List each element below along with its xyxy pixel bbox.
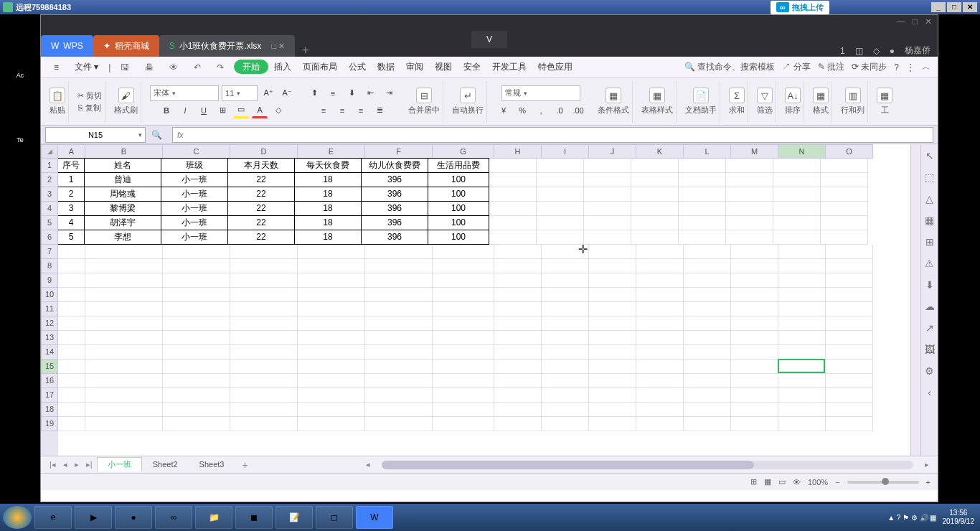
cell-E19[interactable] — [298, 417, 365, 431]
cell-L11[interactable] — [684, 302, 731, 316]
zoom-out-button[interactable]: − — [835, 478, 839, 487]
cell-J3[interactable] — [584, 187, 631, 202]
cell-M19[interactable] — [731, 417, 778, 431]
cell-C1[interactable]: 班级 — [161, 158, 228, 173]
save-icon[interactable]: 🖫 — [115, 60, 135, 75]
cell-N12[interactable] — [778, 316, 826, 331]
cell-E11[interactable] — [298, 302, 365, 316]
cell-F2[interactable]: 396 — [361, 172, 428, 187]
cell-A18[interactable] — [58, 403, 85, 417]
cell-L18[interactable] — [684, 403, 731, 417]
cell-B15[interactable] — [85, 360, 163, 374]
cell-E3[interactable]: 18 — [294, 187, 362, 202]
cell-I3[interactable] — [537, 187, 584, 202]
cell-O16[interactable] — [826, 374, 873, 388]
doc-helper-icon[interactable]: 📄 — [693, 88, 709, 103]
sheet-nav-prev[interactable]: ◂ — [60, 460, 70, 469]
col-header-G[interactable]: G — [433, 144, 494, 159]
cell-E6[interactable]: 18 — [294, 230, 362, 245]
cell-H19[interactable] — [494, 417, 542, 431]
tab-wps-home[interactable]: W WPS — [41, 35, 93, 57]
cell-grid[interactable]: ABCDEFGHIJKLMNO 序号姓名班级本月天数每天伙食费幼儿伙食费费生活用… — [58, 144, 910, 456]
cell-A8[interactable] — [58, 259, 85, 273]
cell-D8[interactable] — [230, 259, 298, 273]
number-format-combo[interactable]: 常规▾ — [501, 85, 580, 101]
cell-E7[interactable] — [298, 245, 365, 259]
col-header-C[interactable]: C — [163, 144, 230, 159]
row-header-17[interactable]: 17 — [41, 388, 58, 403]
cell-K13[interactable] — [636, 331, 684, 345]
cell-F6[interactable]: 396 — [361, 230, 428, 245]
align-right-icon[interactable]: ≡ — [353, 103, 369, 118]
preview-icon[interactable]: 👁 — [164, 60, 184, 75]
cell-B12[interactable] — [85, 316, 163, 331]
cell-C11[interactable] — [163, 302, 230, 316]
cell-D1[interactable]: 本月天数 — [227, 158, 295, 173]
sync-status[interactable]: ⟳ 未同步 — [852, 61, 887, 73]
cell-O19[interactable] — [826, 417, 873, 431]
drag-upload-button[interactable]: ∞ 拖拽上传 — [771, 1, 829, 14]
cell-M12[interactable] — [731, 316, 778, 331]
cell-G8[interactable] — [433, 259, 494, 273]
cell-C4[interactable]: 小一班 — [161, 201, 228, 216]
cell-I13[interactable] — [542, 331, 589, 345]
ribbon-tab-6[interactable]: 视图 — [429, 59, 458, 75]
cell-B18[interactable] — [85, 403, 163, 417]
cell-F13[interactable] — [365, 331, 433, 345]
cell-L1[interactable] — [679, 159, 726, 173]
row-header-12[interactable]: 12 — [41, 316, 58, 331]
cell-G19[interactable] — [433, 417, 494, 431]
cell-A5[interactable]: 4 — [58, 215, 85, 230]
cell-H15[interactable] — [494, 360, 542, 374]
cell-I15[interactable] — [542, 360, 589, 374]
cell-O11[interactable] — [826, 302, 873, 316]
vertical-scrollbar[interactable] — [910, 144, 920, 456]
start-button[interactable] — [3, 506, 32, 529]
row-header-1[interactable]: 1 — [41, 159, 58, 173]
cell-I16[interactable] — [542, 374, 589, 388]
row-header-11[interactable]: 11 — [41, 302, 58, 316]
cell-N8[interactable] — [778, 259, 826, 273]
align-left-icon[interactable]: ≡ — [316, 103, 331, 118]
cell-I5[interactable] — [537, 216, 584, 230]
cell-N15[interactable] — [778, 360, 826, 374]
col-header-B[interactable]: B — [85, 144, 163, 159]
view-layout-icon[interactable]: ▦ — [764, 477, 771, 487]
cell-N16[interactable] — [778, 374, 826, 388]
cell-J11[interactable] — [589, 302, 636, 316]
cell-J4[interactable] — [584, 202, 631, 216]
cell-H12[interactable] — [494, 316, 542, 331]
cell-B10[interactable] — [85, 288, 163, 302]
taskbar-wps[interactable]: W — [356, 506, 393, 529]
cell-M14[interactable] — [731, 345, 778, 360]
app-titlebar[interactable] — [41, 15, 938, 32]
decrease-font-icon[interactable]: A⁻ — [279, 85, 295, 101]
cell-O18[interactable] — [826, 403, 873, 417]
cell-D5[interactable]: 22 — [227, 215, 295, 230]
currency-icon[interactable]: ¥ — [496, 103, 512, 118]
filter-icon[interactable]: ▽ — [757, 88, 773, 103]
dec-inc-icon[interactable]: .0 — [552, 103, 567, 118]
cell-A13[interactable] — [58, 331, 85, 345]
cell-I1[interactable] — [537, 159, 584, 173]
cell-N18[interactable] — [778, 403, 826, 417]
cell-A12[interactable] — [58, 316, 85, 331]
cell-F12[interactable] — [365, 316, 433, 331]
cell-K15[interactable] — [636, 360, 684, 374]
cell-M2[interactable] — [726, 173, 773, 187]
cell-H10[interactable] — [494, 288, 542, 302]
cell-L17[interactable] — [684, 388, 731, 403]
merge-icon[interactable]: ⊟ — [416, 88, 432, 103]
cell-J15[interactable] — [589, 360, 636, 374]
search-commands[interactable]: 🔍 查找命令、搜索模板 — [684, 61, 775, 73]
cell-F10[interactable] — [365, 288, 433, 302]
cell-N14[interactable] — [778, 345, 826, 360]
cell-O3[interactable] — [821, 187, 868, 202]
cell-A3[interactable]: 2 — [58, 187, 85, 202]
cell-K8[interactable] — [636, 259, 684, 273]
cell-H7[interactable] — [494, 245, 542, 259]
cell-B19[interactable] — [85, 417, 163, 431]
cell-L8[interactable] — [684, 259, 731, 273]
col-header-A[interactable]: A — [58, 144, 85, 159]
cell-H3[interactable] — [489, 187, 537, 202]
